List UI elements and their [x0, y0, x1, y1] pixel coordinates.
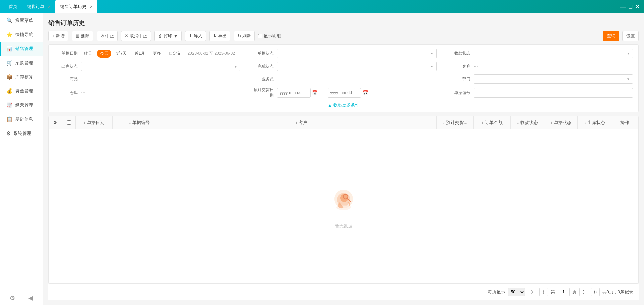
table-header: ⚙ ↕ 单据日期 ↕ 单据编号 ↕ 客户 ↕ 预计交货... [49, 116, 638, 129]
date-filter-control: 昨天 今天 近7天 近1月 更多 自定义 2023-06-02 至 2023-0… [81, 50, 240, 58]
bill-status-control: ▼ [277, 49, 436, 58]
delete-button[interactable]: 🗑 删除 [72, 31, 93, 41]
bill-status-label: 单据状态 [250, 51, 277, 56]
customer-dots[interactable]: ··· [474, 63, 478, 69]
refresh-button[interactable]: ↻ 刷新 [234, 31, 255, 41]
sidebar-item-inventory[interactable]: 📦 库存核算 [0, 70, 43, 84]
th-date[interactable]: ↕ 单据日期 [76, 116, 113, 129]
date-label: 单据日期 [54, 51, 81, 56]
import-label: ⬆ 导入 [189, 33, 203, 39]
bill-status-select[interactable]: ▼ [277, 49, 436, 58]
first-page-button[interactable]: ⟨⟨ [528, 288, 536, 296]
sidebar-item-base-info-label: 基础信息 [15, 116, 33, 122]
complete-status-arrow-icon: ▼ [430, 65, 434, 68]
purchase-icon: 🛒 [6, 60, 13, 66]
complete-status-select[interactable]: ▼ [277, 62, 436, 71]
filter-row-4: 仓库 ··· 预计交货日期 📅 — 📅 单据编号 [54, 87, 633, 99]
sidebar: 🔍 搜索菜单 ⭐ 快捷导航 📊 销售管理 🛒 采购管理 📦 库存核算 💰 资金管… [0, 13, 43, 305]
maximize-icon[interactable]: □ [629, 3, 632, 10]
goods-dots[interactable]: ··· [81, 76, 85, 82]
delivery-end-input[interactable] [328, 88, 361, 98]
out-status-select[interactable]: ▼ [81, 62, 240, 71]
sales-icon: 📊 [6, 46, 13, 52]
sidebar-item-business[interactable]: 📈 经营管理 [0, 98, 43, 112]
th-pay-status[interactable]: ↕ 收款状态 [511, 116, 544, 129]
prev-page-button[interactable]: ⟨ [539, 288, 548, 296]
date-btn-more[interactable]: 更多 [150, 50, 164, 58]
salesman-control: ··· [277, 76, 436, 82]
sidebar-item-sales-mgmt[interactable]: 📊 销售管理 [0, 42, 43, 56]
query-button[interactable]: 查询 [603, 31, 619, 41]
pagination: 每页显示 50 10 20 100 ⟨⟨ ⟨ 第 页 ⟩ ⟩⟩ 共0页，0条记录 [48, 284, 639, 300]
th-number-label: ↕ 单据编号 [129, 120, 149, 126]
empty-state: 暂无数据 [49, 129, 638, 283]
date-btn-7days[interactable]: 近7天 [113, 50, 130, 58]
dept-arrow-icon: ▼ [627, 77, 630, 81]
page-size-select[interactable]: 50 10 20 100 [508, 288, 525, 296]
collapse-row[interactable]: ▲ 收起更多条件 [54, 102, 633, 108]
date-btn-custom[interactable]: 自定义 [166, 50, 184, 58]
page-number-input[interactable] [558, 288, 570, 296]
out-status-control: ▼ [81, 62, 240, 71]
sidebar-item-finance[interactable]: 💰 资金管理 [0, 84, 43, 98]
th-delivery[interactable]: ↕ 预计交货... [437, 116, 474, 129]
finance-icon: 💰 [6, 88, 13, 94]
date-btn-1month[interactable]: 近1月 [132, 50, 148, 58]
th-customer[interactable]: ↕ 客户 [166, 116, 437, 129]
gear-icon: ⚙ [53, 120, 57, 125]
tab-home[interactable]: 首页 [4, 0, 22, 13]
date-btn-yesterday[interactable]: 昨天 [81, 50, 95, 58]
select-all-checkbox[interactable] [67, 120, 71, 125]
th-bill-status[interactable]: ↕ 单据状态 [544, 116, 578, 129]
bill-number-input[interactable] [474, 88, 633, 98]
delivery-start-input[interactable] [277, 88, 311, 98]
next-page-button[interactable]: ⟩ [579, 288, 588, 296]
sidebar-item-system[interactable]: ⚙ 系统管理 [0, 126, 43, 141]
warehouse-dots[interactable]: ··· [81, 90, 85, 96]
close-icon[interactable]: ✕ [635, 3, 640, 10]
cancel-stop-button[interactable]: ✕ 取消中止 [121, 31, 151, 41]
dept-select[interactable]: ▼ [474, 74, 633, 84]
th-checkbox[interactable] [62, 116, 76, 129]
export-button[interactable]: ⬇ 导出 [209, 31, 230, 41]
minimize-icon[interactable]: — [620, 3, 626, 10]
sidebar-settings-icon[interactable]: ⚙ [10, 294, 15, 302]
th-gear[interactable]: ⚙ [49, 116, 62, 129]
sidebar-item-search-menu[interactable]: 🔍 搜索菜单 [0, 13, 43, 28]
payment-status-select[interactable]: ▼ [474, 49, 633, 58]
tab-sales-order-history-label: 销售订单历史 [60, 4, 86, 10]
delivery-start-cal-icon[interactable]: 📅 [312, 90, 318, 96]
th-number[interactable]: ↕ 单据编号 [113, 116, 166, 129]
out-status-label: 出库状态 [54, 64, 81, 69]
tab-sales-order[interactable]: 销售订单 ✕ [22, 0, 55, 13]
print-button[interactable]: 🖨 打印 ▼ [154, 31, 182, 41]
top-bar: 首页 销售订单 ✕ 销售订单历史 ✕ — □ ✕ [0, 0, 644, 13]
th-out-status[interactable]: ↕ 出库状态 [578, 116, 611, 129]
last-page-button[interactable]: ⟩⟩ [591, 288, 600, 296]
tab-home-label: 首页 [9, 4, 17, 10]
th-amount-label: ↕ 订单金额 [481, 120, 502, 126]
settings-button[interactable]: 设置 [622, 31, 639, 41]
sidebar-item-purchase-mgmt[interactable]: 🛒 采购管理 [0, 56, 43, 70]
sidebar-item-business-label: 经营管理 [15, 102, 33, 108]
stop-button[interactable]: ⊘ 中止 [97, 31, 118, 41]
display-detail-checkbox[interactable] [258, 34, 262, 38]
stop-label: ⊘ 中止 [100, 33, 114, 39]
delivery-end-cal-icon[interactable]: 📅 [362, 90, 368, 96]
th-date-label: ↕ 单据日期 [83, 120, 104, 126]
sidebar-collapse-icon[interactable]: ◀ [28, 294, 33, 302]
delivery-dash: — [320, 90, 325, 96]
warehouse-label: 仓库 [54, 90, 81, 96]
sidebar-item-base-info[interactable]: 📋 基础信息 [0, 112, 43, 126]
new-button[interactable]: + 新增 [48, 31, 68, 41]
tab-sales-order-history-close[interactable]: ✕ [90, 5, 93, 9]
tab-sales-order-close[interactable]: ✕ [48, 5, 51, 9]
salesman-dots[interactable]: ··· [277, 76, 282, 82]
import-button[interactable]: ⬆ 导入 [185, 31, 206, 41]
sidebar-item-quick-nav[interactable]: ⭐ 快捷导航 [0, 28, 43, 42]
date-btn-today[interactable]: 今天 [97, 50, 111, 58]
payment-status-label: 收款状态 [447, 51, 474, 56]
payment-status-control: ▼ [474, 49, 633, 58]
th-amount[interactable]: ↕ 订单金额 [474, 116, 511, 129]
tab-sales-order-history[interactable]: 销售订单历史 ✕ [55, 0, 97, 13]
